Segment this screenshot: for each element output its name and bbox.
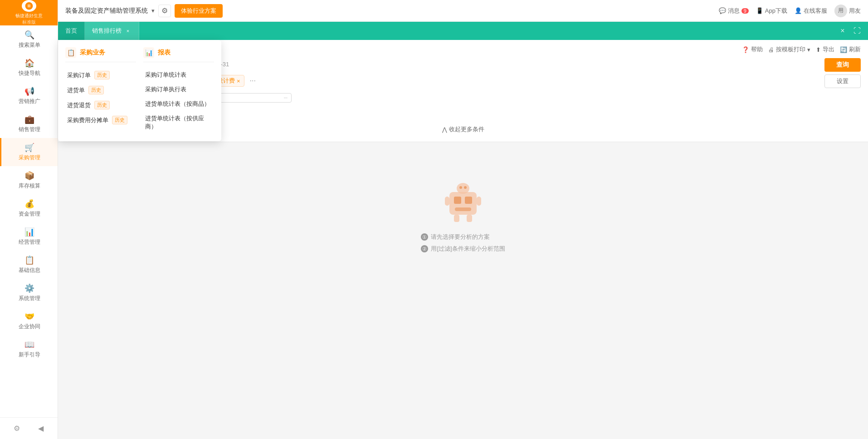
tabbar-actions: × ⛶ xyxy=(837,25,868,36)
menu-purchase-order[interactable]: 采购订单 历史 xyxy=(65,68,136,83)
menu-goods-return[interactable]: 进货退货 历史 xyxy=(65,98,136,113)
tab-fullscreen-button[interactable]: ⛶ xyxy=(852,25,863,36)
app-download-button[interactable]: 📱 App下载 xyxy=(756,7,787,15)
salesman-arrow-icon: ··· xyxy=(284,95,288,100)
sidebar-item-basic-label: 基础信息 xyxy=(19,266,40,274)
tab-home-label: 首页 xyxy=(65,27,77,35)
sidebar-collapse-button[interactable]: ◀ xyxy=(34,421,48,436)
goods-more-icon[interactable]: ··· xyxy=(250,77,256,85)
message-icon: 💬 xyxy=(719,7,726,14)
sidebar-item-guide[interactable]: 📖 新手引导 xyxy=(0,335,58,363)
topbar-settings-button[interactable]: ⚙ xyxy=(158,5,171,17)
goods-stat-by-supplier-label: 进货单统计表（按供应商） xyxy=(145,114,212,131)
system-dropdown[interactable]: ▾ xyxy=(151,7,155,14)
sidebar-item-finance[interactable]: 💰 资金管理 xyxy=(0,194,58,222)
sidebar-item-marketing[interactable]: 📢 营销推广 xyxy=(0,82,58,110)
goods-receipt-label: 进货单 xyxy=(67,86,85,94)
print-label: 按模板打印 xyxy=(776,45,805,54)
svg-point-10 xyxy=(464,186,467,189)
online-service-label: 在线客服 xyxy=(804,7,827,15)
export-link[interactable]: ⬆ 导出 xyxy=(816,45,834,54)
sidebar-item-cooperation[interactable]: 🤝 企业协同 xyxy=(0,307,58,335)
message-badge: 9 xyxy=(741,8,749,14)
sidebar-nav: 🔍 搜索菜单 🏠 快捷导航 📢 营销推广 💼 销售管理 🛒 采购管理 📦 库存核… xyxy=(0,25,58,417)
online-service-button[interactable]: 👤 在线客服 xyxy=(795,7,827,15)
help-link[interactable]: ❓ 帮助 xyxy=(742,45,763,54)
svg-point-9 xyxy=(459,186,462,189)
purchase-order-label: 采购订单 xyxy=(67,71,91,79)
filter-settings-button[interactable]: 设置 xyxy=(824,74,861,88)
menu-goods-stat-by-product[interactable]: 进货单统计表（按商品） xyxy=(143,97,214,111)
reports-col: 📊 报表 采购订单统计表 采购订单执行表 进货单统计表（按商品） 进货单统计表（… xyxy=(143,47,214,134)
purchase-order-exec-label: 采购订单执行表 xyxy=(145,85,186,94)
goods-stat-by-product-label: 进货单统计表（按商品） xyxy=(145,100,210,108)
purchase-expense-history-badge: 历史 xyxy=(112,116,127,124)
filter-buttons: 查询 设置 xyxy=(824,58,861,88)
sidebar-item-finance-label: 资金管理 xyxy=(19,210,40,218)
logo-icon xyxy=(22,0,36,12)
guide-icon: 📖 xyxy=(24,340,34,350)
purchase-business-header: 📋 采购业务 xyxy=(65,47,136,62)
sidebar-item-purchase-label: 采购管理 xyxy=(19,154,40,162)
tab-close-icon[interactable]: × xyxy=(124,27,132,35)
inventory-icon: 📦 xyxy=(24,171,34,181)
user-menu[interactable]: 用 用友 xyxy=(834,5,861,17)
goods-receipt-history-badge: 历史 xyxy=(88,86,104,94)
sidebar-item-inventory[interactable]: 📦 库存核算 xyxy=(0,166,58,194)
sidebar-item-purchase[interactable]: 🛒 采购管理 xyxy=(0,138,58,166)
basic-icon: 📋 xyxy=(24,255,34,265)
sidebar-item-system[interactable]: ⚙️ 系统管理 xyxy=(0,279,58,307)
sidebar-item-guide-label: 新手引导 xyxy=(19,351,40,359)
sidebar-item-management[interactable]: 📊 经营管理 xyxy=(0,222,58,251)
tip-num-1: ① xyxy=(421,233,428,241)
user-label: 用友 xyxy=(849,7,861,15)
sidebar-settings-button[interactable]: ⚙ xyxy=(10,421,24,436)
print-arrow-icon: ▾ xyxy=(807,46,810,53)
purchase-order-stat-label: 采购订单统计表 xyxy=(145,71,186,79)
app-logo-sub: 畅捷通好生意 xyxy=(15,13,43,19)
help-label: 帮助 xyxy=(751,45,763,54)
app-download-label: App下载 xyxy=(765,7,787,15)
svg-rect-5 xyxy=(477,197,481,206)
dropdown-arrow-icon: ▾ xyxy=(151,7,155,14)
sidebar-item-basic[interactable]: 📋 基础信息 xyxy=(0,251,58,279)
tab-home[interactable]: 首页 xyxy=(58,22,85,40)
empty-tip-2: ② 用[过滤]条件来缩小分析范围 xyxy=(421,243,505,255)
menu-goods-receipt[interactable]: 进货单 历史 xyxy=(65,83,136,98)
industry-solution-button[interactable]: 体验行业方案 xyxy=(175,4,223,18)
help-icon: ❓ xyxy=(742,46,749,53)
tab-close-all-button[interactable]: × xyxy=(837,25,848,36)
query-button[interactable]: 查询 xyxy=(824,58,861,72)
print-link[interactable]: 🖨 按模板打印 ▾ xyxy=(768,45,810,54)
service-icon: 👤 xyxy=(795,7,802,14)
tip-num-2: ② xyxy=(421,245,428,252)
salesman-select[interactable]: ··· xyxy=(219,93,292,103)
tab-sales-ranking[interactable]: 销售排行榜 × xyxy=(85,22,139,40)
sidebar-item-search[interactable]: 🔍 搜索菜单 xyxy=(0,25,58,54)
user-avatar: 用 xyxy=(834,5,847,17)
marketing-icon: 📢 xyxy=(24,86,34,96)
goods-return-label: 进货退货 xyxy=(67,101,91,109)
menu-purchase-order-stat[interactable]: 采购订单统计表 xyxy=(143,68,214,82)
message-button[interactable]: 💬 消息 9 xyxy=(719,7,749,15)
svg-point-8 xyxy=(457,183,469,194)
svg-rect-7 xyxy=(467,215,472,222)
menu-purchase-order-exec[interactable]: 采购订单执行表 xyxy=(143,82,214,97)
sidebar-item-inventory-label: 库存核算 xyxy=(19,182,40,190)
menu-goods-stat-by-supplier[interactable]: 进货单统计表（按供应商） xyxy=(143,111,214,134)
app-logo-text: 标准版 xyxy=(22,19,36,25)
menu-purchase-expense[interactable]: 采购费用分摊单 历史 xyxy=(65,113,136,128)
sidebar-item-system-label: 系统管理 xyxy=(19,295,40,302)
phone-icon: 📱 xyxy=(756,7,763,14)
sidebar-item-quicknav-label: 快捷导航 xyxy=(19,69,40,77)
sidebar: 畅捷通好生意 标准版 🔍 搜索菜单 🏠 快捷导航 📢 营销推广 💼 销售管理 🛒… xyxy=(0,0,58,439)
purchase-icon: 🛒 xyxy=(24,143,34,153)
sidebar-item-quicknav[interactable]: 🏠 快捷导航 xyxy=(0,54,58,82)
empty-state-tips: ① 请先选择要分析的方案 ② 用[过滤]条件来缩小分析范围 xyxy=(421,231,505,255)
purchase-col-icon: 📋 xyxy=(65,47,76,58)
goods-tag-close-icon[interactable]: × xyxy=(237,78,240,84)
refresh-link[interactable]: 🔄 刷新 xyxy=(840,45,861,54)
topbar-right: 💬 消息 9 📱 App下载 👤 在线客服 用 用友 xyxy=(719,5,861,17)
sidebar-item-sales[interactable]: 💼 销售管理 xyxy=(0,110,58,138)
system-icon: ⚙️ xyxy=(24,283,34,293)
